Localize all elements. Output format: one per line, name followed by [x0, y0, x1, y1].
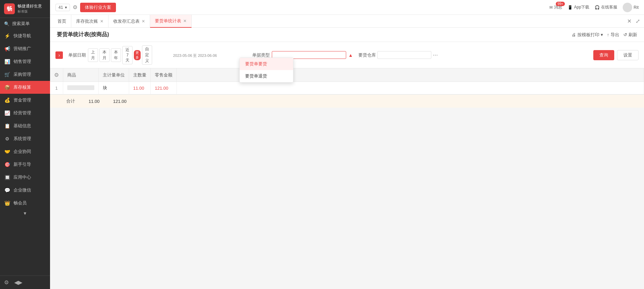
user-info[interactable]: Rit: [623, 3, 639, 12]
tab-close-all-icon[interactable]: ✕: [626, 17, 633, 25]
query-button[interactable]: 查询: [593, 50, 614, 60]
date-last-month-btn[interactable]: 上月: [88, 48, 98, 62]
tab-home[interactable]: 首页: [53, 15, 71, 28]
sidebar-item-label: 基础信息: [14, 123, 31, 129]
date-this-month-btn[interactable]: 本月: [99, 48, 110, 62]
warehouse-input[interactable]: [377, 51, 431, 59]
collapse-icon[interactable]: ◀▶: [14, 279, 22, 286]
tab-inventory-batch-close[interactable]: ✕: [100, 19, 103, 24]
page-title: 要货单统计表(按商品): [57, 31, 109, 38]
tab-order-stats[interactable]: 要货单统计表 ✕: [150, 15, 192, 28]
sidebar-item-marketing[interactable]: 📢 营销推广: [0, 42, 50, 55]
tab-inventory-batch[interactable]: 库存批次账 ✕: [71, 15, 109, 28]
tab-expand-icon[interactable]: ⤢: [634, 17, 641, 25]
col-amount: 零售金额: [151, 68, 177, 82]
message-badge: 99+: [556, 2, 565, 6]
trial-button[interactable]: 体验行业方案: [80, 3, 116, 12]
sidebar-item-member[interactable]: 👑 畅会员: [0, 197, 50, 209]
company-selector[interactable]: 41 ▾: [55, 4, 70, 11]
app-download-btn[interactable]: 📱 App下载: [568, 4, 589, 10]
filter-actions: 查询 设置: [593, 50, 639, 60]
sidebar-item-basic[interactable]: 📋 基础信息: [0, 119, 50, 132]
app-download-icon: 📱: [568, 5, 573, 10]
content-area: 要货单统计表(按商品) 🖨 按模板打印 ▾ ↑ 导出 ↺ 刷新 ›: [50, 28, 644, 289]
topbar-gear-icon[interactable]: ⚙: [73, 4, 77, 10]
enterprise-icon: 🤝: [4, 149, 10, 155]
sidebar-scroll-down[interactable]: ▼: [0, 209, 50, 217]
date-options: 上月 本月 本年 近7天 更多 自定义: [88, 45, 152, 65]
cell-quantity: 11.00: [129, 82, 151, 94]
member-icon: 👑: [4, 200, 10, 206]
avatar: [623, 3, 632, 12]
cell-amount: 121.00: [151, 82, 177, 94]
col-settings[interactable]: ⚙: [50, 68, 63, 82]
type-dropdown: 要货单要货 要货单退货: [239, 58, 293, 83]
sidebar-item-label: 企业协同: [14, 149, 31, 155]
quick-nav-icon: ⚡: [4, 33, 10, 39]
sidebar-item-system[interactable]: ⚙ 系统管理: [0, 132, 50, 145]
date-custom-btn[interactable]: 自定义: [142, 45, 152, 65]
refresh-label: 刷新: [628, 32, 637, 38]
dropdown-return-label: 要货单退货: [245, 73, 267, 79]
export-icon: ↑: [607, 32, 610, 37]
basic-icon: 📋: [4, 123, 10, 129]
filter-warehouse-group: 要货仓库 ···: [358, 51, 438, 59]
refresh-button[interactable]: ↺ 刷新: [623, 32, 637, 38]
sidebar-item-label: 经营管理: [14, 110, 31, 116]
cell-product: [63, 82, 99, 94]
sidebar-item-inventory[interactable]: 📦 库存核算: [0, 81, 50, 94]
user-name: Rit: [634, 5, 639, 10]
tab-receipt-summary[interactable]: 收发存汇总表 ✕: [109, 15, 150, 28]
sidebar-item-finance[interactable]: 💰 资金管理: [0, 94, 50, 107]
tab-order-stats-close[interactable]: ✕: [183, 19, 187, 23]
dropdown-order-label: 要货单要货: [245, 61, 267, 66]
sidebar-item-purchase[interactable]: 🛒 采购管理: [0, 68, 50, 81]
date-range-display: 2023-05-06 至 2023-06-06: [173, 53, 217, 58]
col-unit: 主计量单位: [99, 68, 129, 82]
export-label: 导出: [611, 32, 619, 38]
settings-button[interactable]: 设置: [617, 50, 639, 60]
export-button[interactable]: ↑ 导出: [607, 32, 620, 38]
print-icon: 🖨: [572, 32, 576, 37]
settings-bottom-icon[interactable]: ⚙: [4, 279, 9, 286]
date-more-badge[interactable]: 更多: [134, 50, 141, 60]
sidebar: 畅 畅捷通好生意 标准版 🔍 搜索菜单 ⚡ 快捷导航 📢 营销推广 📊 销售管理…: [0, 0, 50, 289]
message-btn[interactable]: ✉ 消息 99+: [549, 4, 562, 10]
tabbar: 首页 库存批次账 ✕ 收发存汇总表 ✕ 要货单统计表 ✕ ✕ ⤢: [50, 15, 644, 28]
sidebar-item-app-center[interactable]: 🔲 应用中心: [0, 171, 50, 184]
sales-icon: 📊: [4, 59, 10, 65]
system-icon: ⚙: [4, 136, 10, 142]
sidebar-item-sales[interactable]: 📊 销售管理: [0, 55, 50, 68]
sidebar-search-label: 搜索菜单: [12, 21, 30, 27]
col-settings-icon[interactable]: ⚙: [54, 72, 59, 78]
cell-no: 1: [50, 82, 63, 94]
date-this-year-btn[interactable]: 本年: [111, 48, 121, 62]
sidebar-item-label: 系统管理: [14, 136, 31, 142]
col-quantity: 主数量: [129, 68, 151, 82]
tab-receipt-summary-close[interactable]: ✕: [142, 19, 145, 24]
type-dropdown-arrow[interactable]: ▲: [348, 52, 353, 58]
sidebar-item-quick-nav[interactable]: ⚡ 快捷导航: [0, 29, 50, 42]
sidebar-logo: 畅 畅捷通好生意 标准版: [0, 0, 50, 18]
warehouse-more-btn[interactable]: ···: [433, 51, 438, 59]
sidebar-item-operations[interactable]: 📈 经营管理: [0, 107, 50, 119]
cell-unit: 块: [99, 82, 129, 94]
dropdown-item-order[interactable]: 要货单要货: [240, 58, 293, 70]
sidebar-item-enterprise[interactable]: 🤝 企业协同: [0, 145, 50, 158]
operations-icon: 📈: [4, 110, 10, 116]
sidebar-item-wechat[interactable]: 💬 企业微信: [0, 184, 50, 197]
print-button[interactable]: 🖨 按模板打印 ▾: [572, 32, 603, 38]
cell-extra: [177, 82, 644, 94]
footer-quantity: 11.00: [89, 99, 100, 104]
dropdown-item-return[interactable]: 要货单退货: [240, 70, 293, 82]
date-7days-btn[interactable]: 近7天: [122, 46, 133, 64]
filter-expand-button[interactable]: ›: [55, 51, 63, 59]
online-service-btn[interactable]: 🎧 在线客服: [595, 4, 617, 10]
sidebar-search[interactable]: 🔍 搜索菜单: [0, 18, 50, 29]
tab-home-label: 首页: [57, 18, 66, 24]
sidebar-item-label: 企业微信: [14, 187, 31, 193]
message-icon: ✉: [549, 5, 553, 10]
tab-order-stats-label: 要货单统计表: [155, 18, 181, 24]
sidebar-item-guide[interactable]: 🎯 新手引导: [0, 158, 50, 171]
sidebar-item-label: 畅会员: [14, 200, 27, 206]
